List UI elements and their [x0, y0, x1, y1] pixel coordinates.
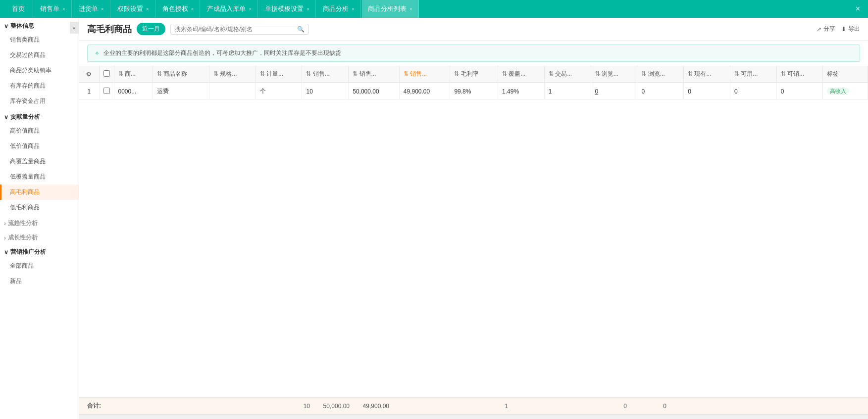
marketing-expand-icon: ∨: [4, 249, 8, 256]
window-close-button[interactable]: ×: [852, 4, 864, 13]
th-sales-profit[interactable]: ⇅ 销售...: [399, 66, 450, 83]
nav-tab-purchase[interactable]: 进货单 ×: [73, 0, 110, 18]
sidebar-group-growth[interactable]: › 成长性分析: [0, 230, 79, 244]
th-browse1[interactable]: ⇅ 浏览...: [591, 66, 637, 83]
tab-label-product-inbound: 产成品入库单: [207, 4, 246, 13]
th-current-stock[interactable]: ⇅ 现有...: [684, 66, 730, 83]
sidebar-item-low-value[interactable]: 低价值商品: [0, 139, 79, 154]
close-icon-product-inbound[interactable]: ×: [249, 6, 252, 12]
export-icon: ⬇: [841, 26, 846, 33]
page-title: 高毛利商品: [87, 23, 132, 35]
sidebar-item-new-goods[interactable]: 新品: [0, 274, 79, 289]
footer-available: 0: [631, 403, 670, 410]
sidebar-item-category-rate[interactable]: 商品分类助销率: [0, 63, 79, 78]
main-layout: « ∨ 整体信息 销售类商品 交易过的商品 商品分类助销率 有库存的商品 库存资…: [0, 18, 868, 419]
footer-browse1: [512, 403, 552, 410]
sidebar-collapse-button[interactable]: «: [70, 22, 79, 34]
sidebar-group-marketing[interactable]: ∨ 营销推广分析: [0, 244, 79, 258]
th-sellable[interactable]: ⇅ 可销...: [776, 66, 823, 83]
settings-icon: ⚙: [86, 71, 92, 78]
th-code[interactable]: ⇅ 商...: [114, 66, 153, 83]
th-gross-rate[interactable]: ⇅ 毛利率: [450, 66, 498, 83]
sidebar-item-high-coverage[interactable]: 高覆盖量商品: [0, 154, 79, 169]
th-code-label: ⇅ 商...: [118, 70, 136, 77]
close-icon-product-analysis-list[interactable]: ×: [409, 6, 412, 12]
th-tag[interactable]: 标签: [823, 66, 868, 83]
close-icon-sales[interactable]: ×: [62, 6, 65, 12]
row-checkbox[interactable]: [103, 88, 110, 94]
sidebar-item-stock-capital[interactable]: 库存资金占用: [0, 93, 79, 109]
footer-gross-rate: [393, 403, 433, 410]
close-icon-permissions[interactable]: ×: [146, 6, 149, 12]
row-check[interactable]: [99, 83, 114, 100]
row-sales-amount: 50,000.00: [349, 83, 400, 100]
overall-expand-icon: ∨: [4, 23, 8, 30]
search-icon[interactable]: 🔍: [297, 26, 305, 33]
sidebar-item-low-margin[interactable]: 低毛利商品: [0, 200, 79, 215]
th-spec[interactable]: ⇅ 规格...: [209, 66, 255, 83]
th-coverage[interactable]: ⇅ 覆盖...: [498, 66, 545, 83]
footer-sales-amount: 50,000.00: [314, 403, 354, 410]
content-header: 高毛利商品 近一月 🔍 ↗ 分享 ⬇ 导出: [79, 18, 868, 41]
nav-tab-permissions[interactable]: 权限设置 ×: [111, 0, 155, 18]
sidebar-group-contribution[interactable]: ∨ 贡献量分析: [0, 109, 79, 123]
sidebar-item-stocked-goods[interactable]: 有库存的商品: [0, 78, 79, 93]
th-browse2[interactable]: ⇅ 浏览...: [637, 66, 684, 83]
th-name[interactable]: ⇅ 商品名称: [153, 66, 209, 83]
sidebar: « ∨ 整体信息 销售类商品 交易过的商品 商品分类助销率 有库存的商品 库存资…: [0, 18, 79, 419]
th-check[interactable]: [99, 66, 114, 83]
nav-tab-product-analysis[interactable]: 商品分析 ×: [317, 0, 361, 18]
sidebar-group-overall[interactable]: ∨ 整体信息: [0, 18, 79, 32]
sidebar-item-traded-goods[interactable]: 交易过的商品: [0, 47, 79, 63]
row-sales-qty: 10: [302, 83, 349, 100]
th-settings[interactable]: ⚙: [79, 66, 99, 83]
th-browse1-label: ⇅ 浏览...: [595, 70, 618, 77]
th-sales-amount[interactable]: ⇅ 销售...: [349, 66, 400, 83]
th-unit[interactable]: ⇅ 计量...: [255, 66, 302, 83]
nav-home[interactable]: 首页: [4, 0, 33, 18]
row-transaction: 1: [544, 83, 591, 100]
sidebar-item-low-coverage[interactable]: 低覆盖量商品: [0, 169, 79, 185]
row-name: 运费: [153, 83, 209, 100]
close-icon-template[interactable]: ×: [306, 6, 309, 12]
row-spec: [209, 83, 255, 100]
select-all-checkbox[interactable]: [103, 70, 110, 77]
nav-tab-product-inbound[interactable]: 产成品入库单 ×: [201, 0, 258, 18]
nav-tab-sales[interactable]: 销售单 ×: [34, 0, 72, 18]
th-transaction[interactable]: ⇅ 交易...: [544, 66, 591, 83]
table-container: ⚙ ⇅ 商... ⇅ 商品名称 ⇅ 规格...: [79, 66, 868, 397]
share-button[interactable]: ↗ 分享: [817, 25, 835, 33]
th-sellable-label: ⇅ 可销...: [781, 70, 804, 77]
sidebar-item-high-margin[interactable]: 高毛利商品: [0, 185, 79, 200]
sidebar-item-sales-goods[interactable]: 销售类商品: [0, 32, 79, 47]
sidebar-item-high-value[interactable]: 高价值商品: [0, 123, 79, 139]
filter-recent-month[interactable]: 近一月: [137, 23, 165, 35]
th-coverage-label: ⇅ 覆盖...: [502, 70, 525, 77]
th-tag-label: 标签: [827, 70, 839, 77]
sidebar-group-trend[interactable]: › 流趋性分析: [0, 215, 79, 230]
th-sales-qty[interactable]: ⇅ 销售...: [302, 66, 349, 83]
collapse-icon: «: [73, 25, 76, 31]
th-current-stock-label: ⇅ 现有...: [688, 70, 711, 77]
footer-sales-qty: 10: [274, 403, 314, 410]
tab-label-permissions: 权限设置: [117, 4, 143, 13]
close-icon-roles[interactable]: ×: [191, 6, 194, 12]
sidebar-item-all-goods[interactable]: 全部商品: [0, 258, 79, 274]
trend-group-label: 流趋性分析: [8, 219, 38, 228]
nav-tab-roles[interactable]: 角色授权 ×: [156, 0, 201, 18]
data-table: ⚙ ⇅ 商... ⇅ 商品名称 ⇅ 规格...: [79, 66, 868, 100]
nav-tab-template[interactable]: 单据模板设置 ×: [259, 0, 316, 18]
search-input[interactable]: [175, 26, 295, 33]
header-actions: ↗ 分享 ⬇ 导出: [817, 25, 860, 33]
close-icon-product-analysis[interactable]: ×: [352, 6, 355, 12]
tab-label-sales: 销售单: [40, 4, 59, 13]
share-icon: ↗: [817, 26, 821, 33]
th-available[interactable]: ⇅ 可用...: [730, 66, 776, 83]
horizontal-scrollbar[interactable]: [79, 414, 868, 419]
marketing-group-label: 营销推广分析: [10, 248, 46, 256]
nav-tab-product-analysis-list[interactable]: 商品分析列表 ×: [362, 0, 419, 18]
footer-sales-profit: 49,900.00: [354, 403, 393, 410]
export-button[interactable]: ⬇ 导出: [841, 25, 860, 33]
row-browse1[interactable]: 0: [591, 83, 637, 100]
close-icon-purchase[interactable]: ×: [101, 6, 104, 12]
